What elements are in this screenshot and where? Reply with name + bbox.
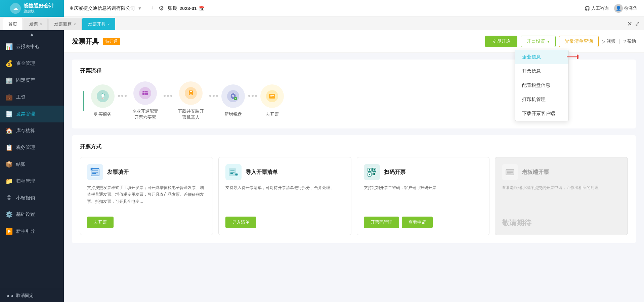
flow-icon-download bbox=[179, 81, 203, 105]
invoice-icon: 🗒️ bbox=[5, 110, 13, 118]
sidebar-item-tax[interactable]: 📋 税务管理 bbox=[0, 139, 64, 156]
sidebar-item-salary[interactable]: 💼 工资 bbox=[0, 89, 64, 106]
qr-manage-button[interactable]: 开票码管理 bbox=[364, 217, 399, 228]
dropdown-download-client[interactable]: 下载开票客户端 bbox=[515, 107, 568, 121]
method-title-scan: 扫码开票 bbox=[384, 169, 405, 176]
svg-text:+: + bbox=[235, 98, 236, 100]
company-selector[interactable]: 重庆畅捷交通信息咨询有限公司 ▼ bbox=[64, 5, 147, 11]
logo-area: ☁ 畅捷通好会计 旗舰版 bbox=[0, 0, 64, 17]
archive-icon: 📁 bbox=[5, 178, 13, 185]
sidebar: ▲ 📊 云报表中心 💰 资金管理 🏢 固定资产 💼 工资 🗒️ 发票管理 🏠 库… bbox=[0, 30, 64, 302]
period-display: 账期 2023-01 📅 bbox=[168, 5, 204, 11]
dropdown-invoice-info[interactable]: 开票信息 bbox=[515, 64, 568, 78]
company-dropdown-arrow: ▼ bbox=[138, 6, 142, 11]
user-menu[interactable]: 👤 徐泽华 bbox=[614, 4, 637, 13]
flow-icon-buy: + bbox=[91, 84, 115, 108]
svg-rect-15 bbox=[191, 91, 192, 92]
svg-rect-39 bbox=[369, 169, 370, 171]
help-icon: ? bbox=[624, 39, 626, 44]
pin-icon: ◄◄ bbox=[5, 293, 14, 298]
guide-icon: ▶️ bbox=[5, 228, 13, 235]
flow-step-go-invoice: 去开票 bbox=[260, 84, 284, 117]
tab-home[interactable]: 首页 bbox=[3, 18, 23, 30]
svg-point-3 bbox=[101, 94, 104, 97]
page-header: 发票开具 待开通 立即开通 开票设置 ▼ 异常清单查询 ▷ 视频 | ? 帮助 bbox=[64, 30, 644, 53]
flow-icon-go-invoice bbox=[260, 84, 284, 108]
go-invoice-button[interactable]: 去开票 bbox=[87, 217, 114, 228]
exception-list-button[interactable]: 异常清单查询 bbox=[559, 36, 599, 47]
method-desc-boss: 查看老板端小程序提交的开票申请，并作出相应的处理 bbox=[502, 184, 621, 211]
main-layout: ▲ 📊 云报表中心 💰 资金管理 🏢 固定资产 💼 工资 🗒️ 发票管理 🏠 库… bbox=[0, 30, 644, 302]
sidebar-item-invoice[interactable]: 🗒️ 发票管理 bbox=[0, 106, 64, 122]
method-card-import: 导入开票清单 支持导入待开票清单，可对待开票清单进行拆分、合并处理。 导入清单 bbox=[218, 157, 351, 235]
header-actions: + ⚙ 账期 2023-01 📅 bbox=[147, 5, 209, 12]
sidebar-bottom: ◄◄ 取消固定 bbox=[0, 289, 64, 302]
method-icon-boss bbox=[502, 164, 518, 180]
flow-step-config: 企业开通配置开票六要素 bbox=[130, 81, 160, 120]
invoice-settings-button[interactable]: 开票设置 ▼ bbox=[521, 36, 556, 47]
tab-invoice-calc[interactable]: 发票测算 × bbox=[48, 18, 81, 30]
close-window-icon[interactable]: ✕ bbox=[627, 20, 632, 28]
video-button[interactable]: ▷ 视频 bbox=[602, 38, 615, 44]
sidebar-item-guide[interactable]: ▶️ 新手引导 bbox=[0, 223, 64, 240]
sidebar-item-expense[interactable]: ©️ 小畅报销 bbox=[0, 190, 64, 206]
top-header: ☁ 畅捷通好会计 旗舰版 重庆畅捷交通信息咨询有限公司 ▼ + ⚙ 账期 202… bbox=[0, 0, 644, 17]
unpin-button[interactable]: ◄◄ 取消固定 bbox=[0, 289, 64, 302]
tab-bar: 首页 发票 × 发票测算 × 发票开具 × ✕ ⤢ bbox=[0, 17, 644, 30]
flow-connector-2 bbox=[160, 95, 176, 97]
sidebar-item-account[interactable]: 📦 结账 bbox=[0, 156, 64, 173]
tab-bar-right: ✕ ⤢ bbox=[627, 18, 644, 30]
flow-icon-config bbox=[133, 81, 157, 105]
inventory-icon: 🏠 bbox=[5, 127, 13, 135]
flow-label-addtax: 新增税盘 bbox=[224, 111, 242, 117]
logo-text: 畅捷通好会计 旗舰版 bbox=[24, 3, 54, 14]
method-header-import: 导入开票清单 bbox=[225, 164, 344, 180]
open-now-button[interactable]: 立即开通 bbox=[485, 36, 517, 47]
add-icon[interactable]: + bbox=[151, 5, 155, 12]
svg-line-5 bbox=[104, 94, 105, 95]
page-title: 发票开具 bbox=[72, 37, 99, 46]
tab-close-calc[interactable]: × bbox=[74, 22, 76, 26]
status-badge: 待开通 bbox=[103, 38, 120, 45]
dropdown-company-info[interactable]: 企业信息 bbox=[515, 50, 568, 64]
methods-title: 开票方式 bbox=[80, 143, 628, 150]
tab-close-open[interactable]: × bbox=[108, 22, 110, 26]
tab-close-invoice[interactable]: × bbox=[40, 22, 42, 26]
method-buttons-import: 导入清单 bbox=[225, 217, 344, 228]
sidebar-item-cloud-report[interactable]: 📊 云报表中心 bbox=[0, 38, 64, 55]
tab-invoice[interactable]: 发票 × bbox=[24, 18, 48, 30]
dropdown-arrow-icon: ▼ bbox=[547, 40, 550, 43]
expand-icon[interactable]: ⤢ bbox=[635, 20, 640, 28]
consult-button[interactable]: 🎧 人工咨询 bbox=[585, 5, 609, 11]
flow-connector-1 bbox=[115, 95, 130, 97]
dropdown-printer[interactable]: 打印机管理 bbox=[515, 92, 568, 107]
svg-rect-46 bbox=[373, 174, 374, 175]
import-list-button[interactable]: 导入清单 bbox=[225, 217, 256, 228]
flow-label-go-invoice: 去开票 bbox=[266, 111, 279, 117]
page-actions: 立即开通 开票设置 ▼ 异常清单查询 ▷ 视频 | ? 帮助 bbox=[485, 36, 636, 47]
view-apply-button[interactable]: 查看申请 bbox=[402, 217, 433, 228]
sidebar-item-fund[interactable]: 💰 资金管理 bbox=[0, 55, 64, 72]
sidebar-item-fixed-assets[interactable]: 🏢 固定资产 bbox=[0, 72, 64, 89]
method-title-fill: 发票填开 bbox=[107, 169, 129, 176]
settings-icon[interactable]: ⚙ bbox=[159, 5, 164, 12]
svg-rect-43 bbox=[369, 174, 370, 175]
dropdown-tax-config[interactable]: 配置税盘信息 bbox=[515, 78, 568, 92]
method-buttons-scan: 开票码管理 查看申请 bbox=[364, 217, 483, 228]
fixed-assets-icon: 🏢 bbox=[5, 77, 13, 84]
flow-connector-4 bbox=[245, 95, 260, 97]
flow-bar bbox=[83, 91, 84, 111]
tab-invoice-open[interactable]: 发票开具 × bbox=[82, 18, 115, 30]
content-area: 发票开具 待开通 立即开通 开票设置 ▼ 异常清单查询 ▷ 视频 | ? 帮助 bbox=[64, 30, 644, 302]
calendar-icon[interactable]: 📅 bbox=[199, 6, 205, 11]
sidebar-item-archive[interactable]: 📁 归档管理 bbox=[0, 173, 64, 190]
sidebar-item-inventory[interactable]: 🏠 库存核算 bbox=[0, 122, 64, 139]
sidebar-item-settings[interactable]: ⚙️ 基础设置 bbox=[0, 206, 64, 223]
flow-connector-3 bbox=[206, 95, 221, 97]
sidebar-scroll-up[interactable]: ▲ bbox=[0, 30, 64, 38]
svg-rect-41 bbox=[374, 169, 375, 171]
help-button[interactable]: ? 帮助 bbox=[624, 38, 636, 44]
settings-dropdown: 企业信息 开票信息 配置税盘信息 打印机管理 下载开票客户端 bbox=[515, 50, 569, 121]
svg-text:税: 税 bbox=[231, 95, 234, 97]
method-card-boss: 老板端开票 查看老板端小程序提交的开票申请，并作出相应的处理 敬请期待 bbox=[495, 157, 628, 235]
